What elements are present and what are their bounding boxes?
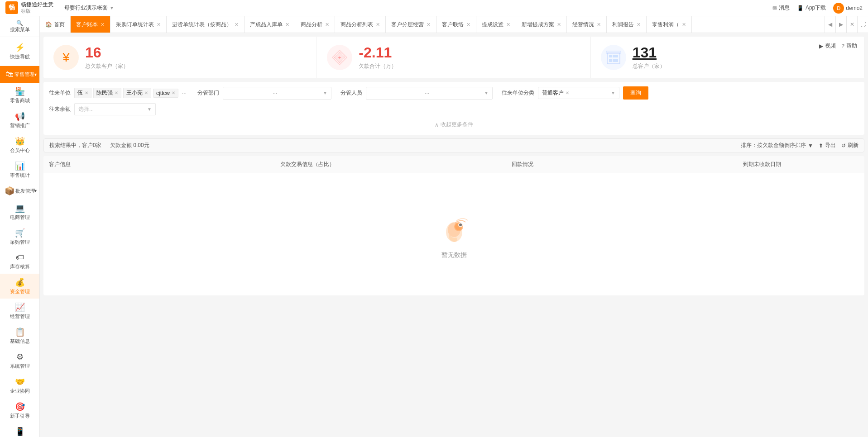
filter-tags-unit: 伍 ✕ 陈民强 ✕ 王小亮 ✕ cjttcw ✕: [74, 88, 188, 98]
wholesale-icon: 📦: [5, 186, 14, 196]
filter-tag-close-chen[interactable]: ✕: [115, 90, 118, 95]
sidebar-nav-item[interactable]: ⚡ 快捷导航: [0, 37, 39, 66]
filter-tag-close-wu[interactable]: ✕: [85, 90, 88, 95]
yuan-icon: ¥: [62, 50, 70, 65]
stat-card-total-debt: + -2.11 欠款合计（万）: [317, 37, 590, 78]
filter-label-balance: 往来余额: [49, 105, 71, 113]
tab-profit-report[interactable]: 利润报告 ✕: [607, 16, 647, 33]
svg-rect-4: [609, 55, 612, 57]
tab-close-segment[interactable]: ✕: [427, 22, 431, 28]
tab-goods-analysis-list[interactable]: 商品分析列表 ✕: [335, 16, 386, 33]
tab-close-retail-profit[interactable]: ✕: [682, 22, 686, 28]
sidebar-item-basic-info[interactable]: 📋 基础信息: [0, 323, 39, 348]
tab-close-cost[interactable]: ✕: [285, 22, 289, 28]
refresh-button[interactable]: ↺ 刷新: [841, 142, 858, 149]
tab-close-purchase[interactable]: ✕: [157, 22, 161, 28]
tab-arrows: ◀ ▶ ✕ ⛶: [825, 16, 868, 33]
filter-tag-close-class[interactable]: ✕: [566, 90, 569, 95]
sidebar-item-member[interactable]: 👑 会员中心: [0, 133, 39, 157]
sidebar-item-ecommerce[interactable]: 💻 电商管理: [0, 200, 39, 224]
tab-business[interactable]: 经营情况 ✕: [567, 16, 607, 33]
finance-icon: 💰: [15, 277, 25, 287]
app-download-button[interactable]: 📱 App下载: [797, 4, 826, 12]
tab-close-all-button[interactable]: ✕: [846, 16, 857, 33]
sidebar-item-marketing[interactable]: 📢 营销推广: [0, 108, 39, 133]
tab-close-profit[interactable]: ✕: [637, 22, 641, 28]
filter-balance-select[interactable]: 选择... ▼: [74, 103, 156, 115]
refresh-icon: ↺: [841, 142, 846, 149]
message-icon: ✉: [772, 5, 777, 11]
sidebar-item-operation[interactable]: 📈 经营管理: [0, 299, 39, 323]
newbie-icon: 🎯: [15, 402, 25, 412]
stat-card-debtors: ¥ 16 总欠款客户（家）: [43, 37, 317, 78]
sidebar-item-retail-stats[interactable]: 📊 零售统计: [0, 157, 39, 182]
export-button[interactable]: ⬆ 导出: [819, 142, 836, 149]
tab-customer-contact[interactable]: 客户联络 ✕: [436, 16, 476, 33]
tab-purchase-order[interactable]: 采购订单统计表 ✕: [110, 16, 167, 33]
user-profile-button[interactable]: D demo2: [833, 3, 863, 14]
svg-rect-3: [607, 53, 620, 64]
sidebar-search-item[interactable]: 🔍 搜索菜单: [0, 16, 39, 37]
video-button[interactable]: ▶ 视频: [819, 42, 836, 50]
sort-selector[interactable]: 排序：按欠款金额倒序排序 ▼: [741, 142, 813, 149]
filter-collapse-button[interactable]: ∧ 收起更多条件: [433, 119, 475, 130]
filter-tag-close-wang[interactable]: ✕: [144, 90, 148, 95]
tab-close-business[interactable]: ✕: [597, 22, 601, 28]
header-left: 畅 畅捷通好生意 标版 母婴行业演示帐套 ▼: [5, 1, 114, 14]
sidebar-item-retail-mall[interactable]: 🏪 零售商城: [0, 83, 39, 108]
filter-tag-close-cj[interactable]: ✕: [172, 90, 175, 95]
tab-next-button[interactable]: ▶: [835, 16, 846, 33]
messages-button[interactable]: ✉ 消息: [772, 4, 790, 12]
tab-home[interactable]: 🏠 首页: [40, 16, 71, 33]
tab-retail-profit[interactable]: 零售利润（ ✕: [647, 16, 692, 33]
filter-dept-dots[interactable]: ···: [270, 89, 280, 97]
tab-accounts[interactable]: 客户账本 ✕: [71, 16, 110, 33]
stat-icon-2: +: [327, 45, 352, 70]
tab-close-goods-list[interactable]: ✕: [376, 22, 380, 28]
tab-inbound-stats[interactable]: 进货单统计表（按商品） ✕: [167, 16, 245, 33]
purchase-icon: 🛒: [15, 228, 25, 238]
help-button[interactable]: ? 帮助: [841, 42, 857, 50]
filter-person-select[interactable]: ··· ▼: [366, 87, 493, 100]
sidebar-item-retail[interactable]: 🛍 零售管理 ▼: [0, 66, 39, 83]
tab-promotion-settings[interactable]: 提成设置 ✕: [476, 16, 516, 33]
top-header: 畅 畅捷通好生意 标版 母婴行业演示帐套 ▼ ✉ 消息 📱 App下载 D de…: [0, 0, 868, 16]
tab-new-achievement[interactable]: 新增提成方案 ✕: [516, 16, 567, 33]
tab-close-contact[interactable]: ✕: [466, 22, 470, 28]
sidebar-item-app-center[interactable]: 📱 应用中心: [0, 423, 39, 437]
logo-icon: 畅: [5, 1, 18, 14]
tab-prev-button[interactable]: ◀: [825, 16, 835, 33]
sidebar-item-inventory[interactable]: 🏷 库存核算: [0, 249, 39, 274]
tab-close-promotion[interactable]: ✕: [506, 22, 510, 28]
sidebar-item-finance[interactable]: 💰 资金管理: [0, 274, 39, 299]
tab-close-achievement[interactable]: ✕: [557, 22, 561, 28]
sidebar-item-system[interactable]: ⚙ 系统管理: [0, 348, 39, 373]
filter-more-button[interactable]: ···: [180, 89, 188, 97]
table-header-due-date: 到期未收款日期: [743, 161, 859, 168]
filter-tag-classification: 普通客户 ✕: [542, 89, 569, 97]
tab-cost-inbound[interactable]: 产成品入库单 ✕: [245, 16, 295, 33]
sidebar-item-enterprise[interactable]: 🤝 企业协同: [0, 373, 39, 398]
svg-rect-9: [615, 59, 618, 62]
stat-label-customers: 总客户（家）: [633, 62, 665, 70]
basic-info-icon: 📋: [15, 327, 25, 337]
system-icon: ⚙: [16, 352, 24, 362]
stat-icon-area-2: +: [326, 44, 353, 71]
tab-close-goods[interactable]: ✕: [325, 22, 329, 28]
tab-goods-analysis[interactable]: 商品分析 ✕: [295, 16, 335, 33]
filter-dept-select[interactable]: ··· ▼: [223, 87, 331, 100]
tab-close-accounts[interactable]: ✕: [101, 22, 105, 28]
filter-person-dots[interactable]: ···: [422, 89, 432, 97]
tab-maximize-button[interactable]: ⛶: [857, 16, 868, 33]
nav-icon: ⚡: [15, 43, 25, 52]
enterprise-icon: 🤝: [15, 377, 25, 387]
sidebar-item-newbie[interactable]: 🎯 新手引导: [0, 398, 39, 423]
search-button[interactable]: 查询: [623, 86, 648, 100]
home-icon: 🏠: [45, 21, 52, 28]
filter-classification-select[interactable]: 普通客户 ✕ ▼: [538, 87, 619, 99]
sidebar-item-purchase[interactable]: 🛒 采购管理: [0, 224, 39, 249]
workspace-selector[interactable]: 母婴行业演示帐套 ▼: [64, 4, 114, 12]
sidebar-item-wholesale[interactable]: 📦 批发管理 ▼: [0, 182, 39, 200]
tab-customer-segment[interactable]: 客户分层经营 ✕: [386, 16, 436, 33]
tab-close-inbound[interactable]: ✕: [235, 22, 239, 28]
